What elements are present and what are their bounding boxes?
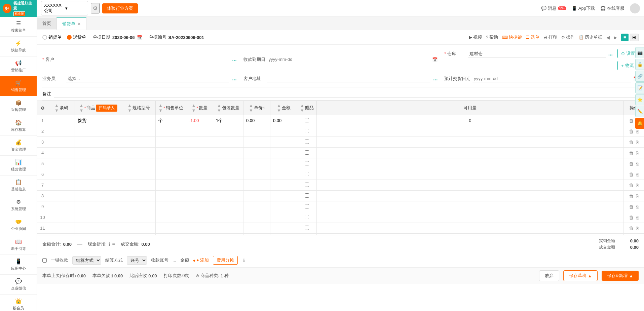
cell-price-7[interactable]	[243, 191, 270, 201]
fee-info-icon[interactable]: ℹ	[243, 258, 245, 263]
sidebar-item-system[interactable]: ⚙ 系统管理	[0, 195, 37, 215]
help-btn[interactable]: ? 帮助	[486, 34, 498, 40]
cell-price-6[interactable]	[243, 180, 270, 191]
cell-amount-8[interactable]	[270, 201, 297, 212]
cell-product-3[interactable]	[75, 148, 122, 158]
cell-amount-6[interactable]	[270, 180, 297, 191]
delete-row-btn-4[interactable]: 🗑	[628, 160, 634, 167]
trial-button[interactable]: 体验行业方案	[102, 3, 138, 13]
delete-row-btn-7[interactable]: 🗑	[628, 193, 634, 199]
delete-row-btn-9[interactable]: 🗑	[628, 214, 634, 221]
cell-amount-3[interactable]	[270, 148, 297, 158]
delete-row-btn-2[interactable]: 🗑	[628, 139, 634, 146]
cell-spec-2[interactable]	[122, 137, 156, 148]
cell-gift-7[interactable]	[297, 191, 316, 201]
sidebar-item-shortcut[interactable]: ⚡ 快捷导航	[0, 37, 37, 56]
sidebar-item-finance[interactable]: 💰 资金管理	[0, 136, 37, 156]
copy-row-btn-4[interactable]: ⎘	[635, 160, 639, 167]
warehouse-more-btn[interactable]: ...	[608, 51, 613, 57]
expected-date-input[interactable]	[472, 75, 631, 82]
owed-info-icon[interactable]: ℹ	[111, 273, 113, 278]
cell-barcode-1[interactable]	[48, 126, 75, 137]
cell-product-2[interactable]	[75, 137, 122, 148]
remark-input[interactable]	[54, 90, 639, 98]
cell-barcode-3[interactable]	[48, 148, 75, 158]
cell-gift-3[interactable]	[297, 148, 316, 158]
delete-row-btn-8[interactable]: 🗑	[628, 203, 634, 210]
cell-pkg-qty-2[interactable]	[213, 137, 243, 148]
due-date-calendar-icon[interactable]: 📅	[432, 57, 438, 62]
cell-gift-6[interactable]	[297, 180, 316, 191]
cell-qty-7[interactable]	[186, 191, 213, 201]
cell-spec-8[interactable]	[122, 201, 156, 212]
cell-amount-9[interactable]	[270, 212, 297, 223]
cell-gift-2[interactable]	[297, 137, 316, 148]
cell-pkg-qty-1[interactable]	[213, 126, 243, 137]
cell-barcode-10[interactable]	[48, 223, 75, 234]
right-panel-btn-7[interactable]: 🔔	[635, 118, 644, 129]
copy-row-btn-10[interactable]: ⎘	[635, 225, 639, 232]
cell-amount-4[interactable]	[270, 158, 297, 169]
customer-more-btn[interactable]: ...	[232, 56, 236, 63]
cell-product-9[interactable]	[75, 212, 122, 223]
settings-gear-button[interactable]: ⚙	[91, 3, 100, 13]
cell-gift-9[interactable]	[297, 212, 316, 223]
cell-pkg-qty-8[interactable]	[213, 201, 243, 212]
sidebar-item-guide[interactable]: 📖 新手引导	[0, 235, 37, 255]
right-panel-btn-3[interactable]: 🔗	[635, 71, 644, 82]
cell-pkg-qty-4[interactable]	[213, 158, 243, 169]
message-button[interactable]: 💬 消息 99+	[541, 5, 566, 11]
cell-spec-10[interactable]	[122, 223, 156, 234]
print-btn[interactable]: 🖨 打印	[543, 34, 557, 40]
payment-method-select[interactable]: 结算方式	[72, 256, 101, 265]
radio-sales-order[interactable]: 销货单	[42, 34, 62, 40]
select-btn[interactable]: ☰ 选单	[526, 34, 539, 40]
cell-barcode-2[interactable]	[48, 137, 75, 148]
cell-barcode-0[interactable]	[48, 115, 75, 126]
cell-unit-3[interactable]	[156, 148, 186, 158]
delete-row-btn-5[interactable]: 🗑	[628, 171, 634, 178]
cell-unit-4[interactable]	[156, 158, 186, 169]
cell-barcode-4[interactable]	[48, 158, 75, 169]
cell-pkg-qty-5[interactable]	[213, 169, 243, 180]
cell-qty-4[interactable]	[186, 158, 213, 169]
cell-qty-0[interactable]	[186, 115, 213, 126]
sidebar-item-vip[interactable]: 👑 畅会员	[0, 295, 37, 311]
cell-unit-6[interactable]	[156, 180, 186, 191]
cell-amount-5[interactable]	[270, 169, 297, 180]
sidebar-item-marketing[interactable]: 📢 营销推广	[0, 56, 37, 76]
fee-btn[interactable]: 费用分摊	[213, 256, 238, 265]
copy-row-btn-9[interactable]: ⎘	[635, 214, 639, 221]
calendar-icon[interactable]: 📅	[137, 35, 142, 40]
copy-row-btn-7[interactable]: ⎘	[635, 193, 639, 199]
salesperson-input[interactable]	[66, 75, 229, 82]
save-draft-button[interactable]: 保存草稿 ▲	[563, 270, 598, 281]
cell-spec-3[interactable]	[122, 148, 156, 158]
prev-record-icon[interactable]: ◀	[606, 35, 610, 40]
sidebar-item-purchase[interactable]: 📦 采购管理	[0, 96, 37, 116]
cell-amount-7[interactable]	[270, 191, 297, 201]
delete-row-btn-6[interactable]: 🗑	[628, 182, 634, 189]
cell-gift-0[interactable]	[297, 115, 316, 126]
cell-product-8[interactable]	[75, 201, 122, 212]
cell-spec-7[interactable]	[122, 191, 156, 201]
sidebar-item-basic[interactable]: 📋 基础信息	[0, 176, 37, 195]
cell-amount-0[interactable]	[270, 115, 297, 126]
delete-row-btn-1[interactable]: 🗑	[628, 128, 634, 135]
delete-row-btn-0[interactable]: 🗑	[628, 117, 634, 124]
cell-amount-10[interactable]	[270, 223, 297, 234]
radio-return-order[interactable]: 退货单	[67, 34, 86, 40]
cell-product-10[interactable]	[75, 223, 122, 234]
cell-product-1[interactable]	[75, 126, 122, 137]
cell-unit-8[interactable]	[156, 201, 186, 212]
operate-btn[interactable]: ⚙ 操作	[561, 34, 575, 40]
cell-price-10[interactable]	[243, 223, 270, 234]
cell-price-3[interactable]	[243, 148, 270, 158]
copy-row-btn-8[interactable]: ⎘	[635, 203, 639, 210]
cell-gift-10[interactable]	[297, 223, 316, 234]
cell-qty-1[interactable]	[186, 126, 213, 137]
discount-info-icon[interactable]: ℹ	[109, 242, 110, 247]
cell-pkg-qty-9[interactable]	[213, 212, 243, 223]
cell-price-2[interactable]	[243, 137, 270, 148]
cell-amount-1[interactable]	[270, 126, 297, 137]
